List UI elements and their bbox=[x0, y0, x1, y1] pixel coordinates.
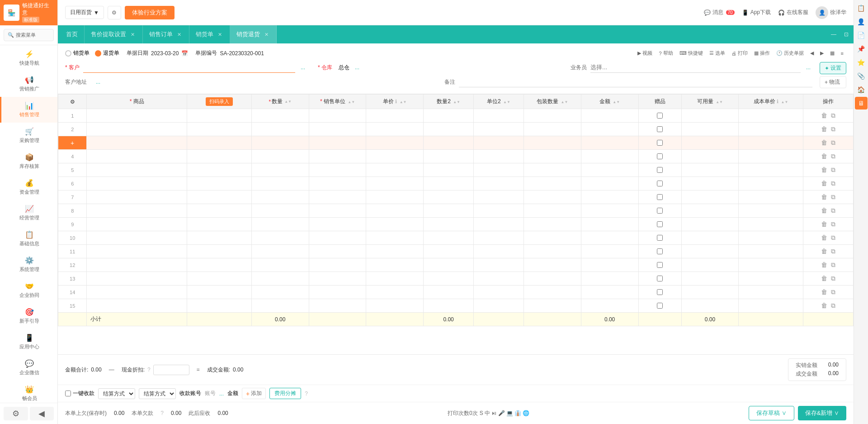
notes-input[interactable] bbox=[459, 76, 813, 87]
qty2-sort-icon[interactable]: ▲▼ bbox=[453, 100, 460, 104]
copy-icon-1[interactable]: ⧉ bbox=[831, 112, 835, 119]
sidebar-item-quick-nav[interactable]: ⚡ 快捷导航 bbox=[0, 45, 57, 71]
experience-btn[interactable]: 体验行业方案 bbox=[125, 6, 175, 19]
copy-icon-2[interactable]: ⧉ bbox=[831, 125, 835, 133]
copy-icon-9[interactable]: ⧉ bbox=[831, 220, 835, 228]
gift-checkbox-9[interactable] bbox=[657, 221, 663, 227]
delete-icon-15[interactable]: 🗑 bbox=[821, 302, 827, 310]
toolbar-print[interactable]: 🖨 打印 bbox=[729, 49, 750, 57]
gift-checkbox-6[interactable] bbox=[657, 181, 663, 186]
sidebar-item-enterprise[interactable]: 🤝 企业协同 bbox=[0, 277, 57, 303]
toolbar-prev[interactable]: ◀ bbox=[807, 49, 816, 57]
online-service-button[interactable]: 🎧 在线客服 bbox=[778, 9, 808, 16]
sidebar-item-marketing[interactable]: 📢 营销推广 bbox=[0, 71, 57, 97]
app-download-button[interactable]: 📱 App下载 bbox=[742, 9, 771, 16]
sidebar-item-guide[interactable]: 🎯 新手引导 bbox=[0, 303, 57, 329]
save-draft-button[interactable]: 保存草稿 ∨ bbox=[749, 406, 794, 420]
tab-minimize-button[interactable]: — bbox=[828, 29, 839, 40]
delete-icon-11[interactable]: 🗑 bbox=[821, 248, 827, 255]
staff-dots[interactable]: ... bbox=[804, 64, 812, 71]
delete-icon-3[interactable]: 🗑 bbox=[821, 139, 827, 147]
copy-icon-15[interactable]: ⧉ bbox=[831, 302, 835, 310]
message-button[interactable]: 💬 消息 70 bbox=[704, 9, 735, 16]
delete-icon-8[interactable]: 🗑 bbox=[821, 207, 827, 214]
right-sidebar-btn-5[interactable]: ⭐ bbox=[855, 56, 868, 69]
staff-input[interactable] bbox=[590, 62, 801, 73]
cost-info-icon[interactable]: ℹ bbox=[777, 99, 778, 104]
tab-price-close[interactable]: ✕ bbox=[129, 31, 136, 38]
add-row-button[interactable]: + bbox=[68, 138, 77, 148]
sidebar-item-system[interactable]: ⚙️ 系统管理 bbox=[0, 252, 57, 277]
right-sidebar-btn-2[interactable]: 👤 bbox=[855, 15, 868, 28]
add-payment-button[interactable]: + 添加 bbox=[242, 388, 266, 399]
delete-icon-10[interactable]: 🗑 bbox=[821, 234, 827, 242]
delete-icon-12[interactable]: 🗑 bbox=[821, 261, 827, 269]
settings-button[interactable]: ✦ 设置 bbox=[820, 62, 846, 74]
toolbar-operate[interactable]: ▦ 操作 bbox=[751, 49, 773, 57]
tab-sales-order[interactable]: 销售订单 ✕ bbox=[143, 25, 189, 43]
unit-sort-icon[interactable]: ▲▼ bbox=[348, 100, 355, 104]
sidebar-item-wechat[interactable]: 💬 企业微信 bbox=[0, 355, 57, 381]
toolbar-help[interactable]: ? 帮助 bbox=[656, 49, 675, 57]
toolbar-icon-5[interactable]: 💻 bbox=[506, 410, 513, 416]
sidebar-item-sales[interactable]: 📊 销售管理 bbox=[0, 97, 57, 123]
copy-icon-11[interactable]: ⧉ bbox=[831, 248, 835, 255]
gift-checkbox-1[interactable] bbox=[657, 113, 663, 119]
toolbar-icon-4[interactable]: 🎤 bbox=[498, 410, 505, 416]
tab-delivery-close[interactable]: ✕ bbox=[216, 31, 223, 38]
toolbar-select[interactable]: ☰ 选单 bbox=[707, 49, 728, 57]
delete-icon-13[interactable]: 🗑 bbox=[821, 275, 827, 282]
sidebar-collapse-button[interactable]: ◀ bbox=[30, 407, 54, 420]
qty-sort-icon[interactable]: ▲▼ bbox=[284, 100, 292, 104]
sidebar-settings-button[interactable]: ⚙ bbox=[4, 407, 28, 420]
tab-salesorder-close[interactable]: ✕ bbox=[175, 31, 183, 38]
gift-checkbox-15[interactable] bbox=[657, 303, 663, 309]
gift-checkbox-10[interactable] bbox=[657, 235, 663, 241]
sidebar-item-inventory[interactable]: 📦 库存核算 bbox=[0, 148, 57, 174]
pack-sort-icon[interactable]: ▲▼ bbox=[561, 100, 568, 104]
toolbar-next[interactable]: ▶ bbox=[817, 49, 826, 57]
discount-input[interactable] bbox=[153, 365, 189, 375]
delete-icon-2[interactable]: 🗑 bbox=[821, 125, 827, 133]
gift-checkbox-7[interactable] bbox=[657, 194, 663, 200]
customer-dots[interactable]: ... bbox=[299, 64, 307, 71]
price-sort-icon[interactable]: ▲▼ bbox=[400, 100, 407, 104]
toolbar-icon-7[interactable]: 🌐 bbox=[523, 410, 529, 416]
right-sidebar-btn-6[interactable]: 📎 bbox=[855, 70, 868, 82]
sidebar-item-operations[interactable]: 📈 经营管理 bbox=[0, 200, 57, 226]
gift-checkbox-3[interactable] bbox=[657, 140, 663, 146]
cost-sort-icon[interactable]: ▲▼ bbox=[781, 100, 788, 104]
toolbar-history[interactable]: 🕐 历史单据 bbox=[774, 49, 807, 57]
method-select[interactable]: 结算方式 bbox=[139, 388, 176, 399]
search-menu-button[interactable]: 🔍 搜索菜单 bbox=[4, 29, 54, 41]
user-profile[interactable]: 👤 徐泽华 bbox=[816, 6, 846, 19]
gift-checkbox-13[interactable] bbox=[657, 276, 663, 281]
one-click-payment-checkbox[interactable]: 一键收款 bbox=[65, 390, 94, 397]
copy-icon-3[interactable]: ⧉ bbox=[831, 139, 835, 147]
sidebar-item-basic-info[interactable]: 📋 基础信息 bbox=[0, 226, 57, 252]
topbar-gear-button[interactable]: ⚙ bbox=[108, 6, 121, 19]
fee-help-icon[interactable]: ? bbox=[305, 391, 308, 397]
gift-checkbox-12[interactable] bbox=[657, 262, 663, 268]
right-sidebar-btn-7[interactable]: 🏠 bbox=[855, 83, 868, 96]
toolbar-shortcut[interactable]: ⌨ 快捷键 bbox=[677, 49, 706, 57]
warehouse-dots[interactable]: ... bbox=[353, 64, 361, 71]
amount-sort-icon[interactable]: ▲▼ bbox=[613, 100, 620, 104]
delete-icon-6[interactable]: 🗑 bbox=[821, 180, 827, 187]
sidebar-item-purchase[interactable]: 🛒 采购管理 bbox=[0, 123, 57, 148]
copy-icon-6[interactable]: ⧉ bbox=[831, 180, 835, 187]
fee-split-button[interactable]: 费用分摊 bbox=[269, 388, 301, 399]
copy-icon-4[interactable]: ⧉ bbox=[831, 152, 835, 160]
delete-icon-14[interactable]: 🗑 bbox=[821, 288, 827, 296]
tab-home[interactable]: 首页 bbox=[60, 25, 85, 43]
save-new-button[interactable]: 保存&新增 ∨ bbox=[798, 406, 846, 420]
th-settings[interactable]: ⚙ bbox=[58, 95, 87, 109]
copy-icon-13[interactable]: ⧉ bbox=[831, 275, 835, 282]
customer-input[interactable] bbox=[83, 62, 295, 73]
delete-icon-7[interactable]: 🗑 bbox=[821, 193, 827, 201]
gift-checkbox-2[interactable] bbox=[657, 126, 663, 132]
calc-method-select[interactable]: 结算方式 bbox=[98, 388, 135, 399]
sidebar-item-app-center[interactable]: 📱 应用中心 bbox=[0, 329, 57, 355]
account-dots[interactable]: ... bbox=[219, 391, 224, 397]
tab-maximize-button[interactable]: ⊡ bbox=[841, 29, 852, 40]
